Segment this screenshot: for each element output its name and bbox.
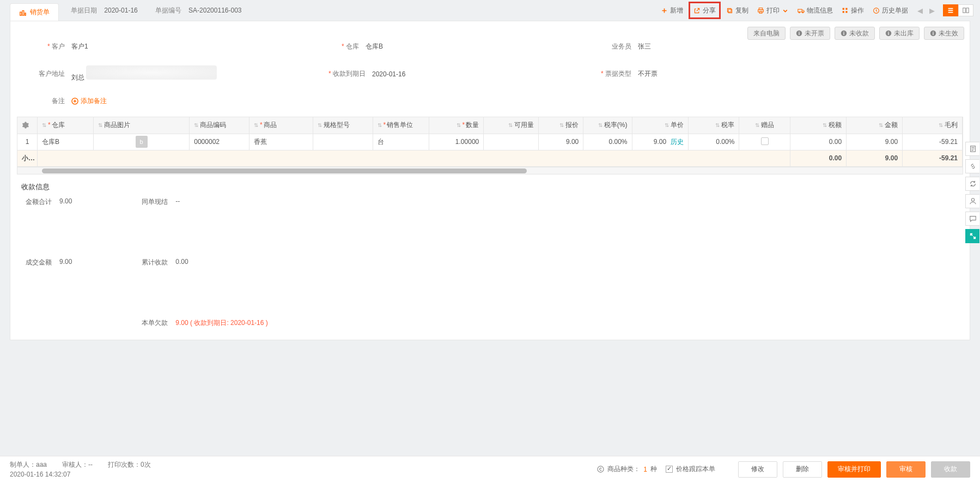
next-doc-button[interactable]: ▶ [927, 5, 938, 16]
col-tax-amount[interactable]: ⇅税额 [790, 117, 847, 134]
audit-print-button[interactable]: 审核并打印 [827, 461, 881, 478]
footer-buttons: 修改 删除 审核并打印 审核 收款 [738, 461, 970, 478]
follow-price-checkbox[interactable]: 价格跟踪本单 [666, 465, 715, 474]
tag-not-effective[interactable]: 未生效 [924, 27, 964, 40]
col-qty[interactable]: ⇅*数量 [429, 117, 484, 134]
new-button[interactable]: 新增 [656, 0, 687, 21]
salesman-value[interactable]: 张三 [638, 42, 651, 51]
active-tab[interactable]: 销货单 [10, 3, 59, 21]
truck-icon [798, 7, 805, 14]
print-button[interactable]: 打印 [753, 0, 793, 21]
side-refresh-button[interactable] [965, 177, 979, 191]
col-warehouse[interactable]: ⇅*仓库 [38, 117, 94, 134]
side-user-button[interactable] [965, 194, 979, 208]
date-value: 2020-01-16 [104, 7, 137, 14]
svg-rect-4 [728, 9, 732, 13]
copy-button[interactable]: 复制 [722, 0, 753, 21]
horizontal-scrollbar[interactable] [17, 167, 963, 174]
gift-checkbox[interactable] [761, 137, 769, 145]
table-row[interactable]: 1 仓库B b 0000002 香蕉 台 1.00000 9.00 0.00% … [17, 134, 963, 150]
info-icon [885, 30, 892, 37]
form-row-2: 客户地址 刘总 收款到期日 2020-01-16 票据类型 不开票 [10, 63, 970, 85]
audit-button[interactable]: 审核 [886, 461, 926, 478]
cell-unit-price[interactable]: 9.00 历史 [632, 134, 688, 150]
side-chat-button[interactable] [965, 212, 979, 226]
receipt-button: 收款 [931, 461, 970, 478]
checkbox-icon [666, 466, 673, 473]
history-button[interactable]: 历史单据 [868, 0, 912, 21]
col-gift[interactable]: ⇅赠品 [739, 117, 790, 134]
footer-meta: 制单人：aaa 审核人：-- 打印次数：0次 2020-01-16 14:32:… [10, 460, 151, 478]
cell-tax-rate[interactable]: 0.00% [583, 134, 632, 150]
col-product[interactable]: ⇅*商品 [249, 117, 313, 134]
invoice-type-value[interactable]: 不开票 [638, 69, 658, 79]
add-remark-link[interactable]: 添加备注 [71, 97, 107, 106]
col-gross-profit[interactable]: ⇅毛利 [903, 117, 963, 134]
side-expand-button[interactable] [965, 229, 979, 243]
col-unit-price[interactable]: ⇅单价 [632, 117, 688, 134]
price-history-link[interactable]: 历史 [671, 138, 684, 146]
operate-button[interactable]: 操作 [837, 0, 868, 21]
cell-spec[interactable] [313, 134, 373, 150]
col-tax-pct[interactable]: ⇅税率 [688, 117, 739, 134]
svg-rect-3 [727, 8, 731, 12]
gear-icon [22, 122, 29, 129]
top-actions: 新增 分享 复制 打印 物流信息 操作 历史单据 [656, 0, 980, 21]
col-tax-rate[interactable]: ⇅税率(%) [583, 117, 632, 134]
share-button[interactable]: 分享 [689, 2, 721, 19]
address-value[interactable]: 刘总 [71, 65, 217, 82]
col-settings[interactable] [17, 117, 38, 134]
warehouse-value[interactable]: 仓库B [366, 42, 383, 51]
tag-no-receipt[interactable]: 未收款 [835, 27, 875, 40]
col-spec[interactable]: ⇅规格型号 [313, 117, 373, 134]
form-row-3: 备注 添加备注 [10, 94, 970, 108]
due-value[interactable]: 2020-01-16 [372, 70, 405, 78]
tab-title: 销货单 [30, 8, 50, 17]
scrollbar-thumb[interactable] [42, 168, 527, 173]
payment-info: 收款信息 金额合计9.00 成交金额9.00 同单现结-- 累计收款0.00 本… [10, 174, 970, 328]
logistics-button[interactable]: 物流信息 [793, 0, 837, 21]
svg-rect-0 [20, 12, 22, 15]
svg-rect-7 [759, 11, 762, 13]
address-label: 客户地址 [32, 69, 65, 79]
cell-price-quote[interactable]: 9.00 [538, 134, 583, 150]
docno-value: SA-20200116-003 [188, 7, 241, 14]
cell-code[interactable]: 0000002 [190, 134, 249, 150]
invoice-type-label: 票据类型 [599, 69, 631, 79]
card-view-button[interactable] [958, 4, 973, 16]
footer-bar: 制单人：aaa 审核人：-- 打印次数：0次 2020-01-16 14:32:… [0, 456, 980, 482]
svg-rect-23 [843, 32, 844, 33]
side-doc-button[interactable] [965, 142, 979, 156]
col-available[interactable]: ⇅可用量 [484, 117, 539, 134]
cell-image[interactable]: b [94, 134, 190, 150]
footer-middle: 商品种类： 1 种 价格跟踪本单 [597, 465, 715, 474]
prev-doc-button[interactable]: ◀ [915, 5, 926, 16]
col-amount[interactable]: ⇅金额 [847, 117, 903, 134]
cell-product[interactable]: 香蕉 [249, 134, 313, 150]
cell-sale-unit[interactable]: 台 [373, 134, 429, 150]
col-price-quote[interactable]: ⇅报价 [538, 117, 583, 134]
cell-warehouse[interactable]: 仓库B [38, 134, 94, 150]
col-sale-unit[interactable]: ⇅*销售单位 [373, 117, 429, 134]
delete-button[interactable]: 删除 [783, 461, 822, 478]
card-icon [962, 7, 970, 14]
cell-gift[interactable] [739, 134, 790, 150]
side-link-button[interactable] [965, 159, 979, 173]
form-row-1: 客户 客户1 仓库 仓库B 业务员 张三 [10, 40, 970, 53]
customer-value[interactable]: 客户1 [71, 42, 88, 51]
info-icon [930, 30, 936, 37]
svg-rect-28 [933, 33, 934, 35]
modify-button[interactable]: 修改 [738, 461, 777, 478]
col-image[interactable]: ⇅商品图片 [94, 117, 190, 134]
remark-label: 备注 [32, 97, 65, 106]
cell-tax-pct[interactable]: 0.00% [688, 134, 739, 150]
list-view-button[interactable] [943, 4, 958, 16]
share-icon [693, 7, 701, 14]
svg-point-32 [971, 198, 974, 201]
svg-rect-25 [888, 33, 889, 35]
tag-no-invoice[interactable]: 未开票 [790, 27, 830, 40]
col-code[interactable]: ⇅商品编码 [190, 117, 249, 134]
cell-qty[interactable]: 1.00000 [429, 134, 484, 150]
doc-icon [969, 145, 977, 153]
tag-no-outbound[interactable]: 未出库 [879, 27, 920, 40]
